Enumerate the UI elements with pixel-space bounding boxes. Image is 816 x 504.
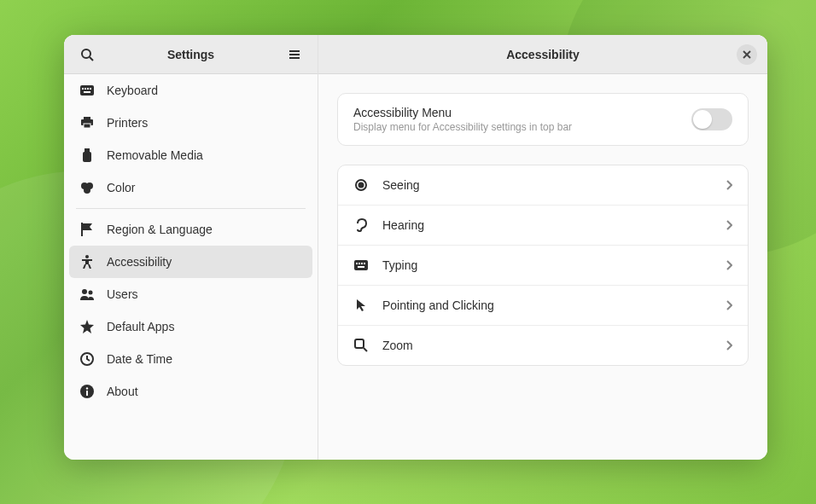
sidebar-item-users[interactable]: Users [69, 278, 312, 310]
sidebar-item-label: Region & Language [107, 223, 213, 236]
sidebar-item-region-language[interactable]: Region & Language [69, 213, 312, 246]
svg-rect-11 [84, 117, 90, 119]
sidebar-item-label: Color [107, 181, 135, 194]
sidebar-item-default-apps[interactable]: Default Apps [69, 310, 312, 343]
svg-rect-15 [83, 152, 91, 162]
usb-icon [79, 148, 95, 162]
category-hearing[interactable]: Hearing [338, 206, 748, 246]
chevron-right-icon [726, 260, 732, 270]
printer-icon [79, 117, 95, 129]
svg-rect-14 [85, 148, 90, 152]
cursor-icon [353, 298, 369, 312]
accessibility-menu-card: Accessibility Menu Display menu for Acce… [337, 93, 749, 146]
svg-rect-19 [81, 223, 83, 236]
svg-rect-35 [354, 260, 368, 270]
main-body: Accessibility Menu Display menu for Acce… [318, 74, 767, 460]
svg-point-18 [84, 187, 90, 194]
accessibility-menu-title: Accessibility Menu [353, 106, 572, 119]
sidebar-item-accessibility[interactable]: Accessibility [69, 246, 312, 278]
svg-rect-5 [80, 85, 94, 96]
category-seeing[interactable]: Seeing [338, 165, 748, 206]
color-icon [79, 182, 95, 194]
chevron-right-icon [726, 180, 732, 190]
close-button[interactable] [737, 44, 757, 65]
sidebar-item-label: Default Apps [107, 320, 174, 333]
svg-rect-38 [361, 263, 363, 264]
accessibility-icon [79, 255, 95, 269]
sidebar-item-label: About [107, 385, 138, 398]
sidebar-item-keyboard[interactable]: Keyboard [69, 74, 312, 107]
flag-icon [79, 223, 95, 236]
svg-rect-7 [85, 88, 86, 90]
svg-rect-36 [356, 263, 358, 264]
category-typing[interactable]: Typing [338, 246, 748, 286]
users-icon [79, 288, 95, 300]
star-icon [79, 320, 95, 333]
sidebar-item-label: Users [107, 287, 138, 301]
svg-line-42 [364, 348, 367, 351]
svg-rect-22 [82, 259, 92, 261]
sidebar-item-label: Date & Time [107, 352, 172, 366]
svg-rect-8 [87, 88, 89, 90]
close-icon [743, 50, 751, 59]
sidebar-item-label: Keyboard [107, 84, 158, 97]
sidebar-item-about[interactable]: About [69, 375, 312, 408]
svg-point-34 [359, 183, 364, 188]
sidebar-title: Settings [167, 48, 214, 61]
chevron-right-icon [726, 340, 732, 350]
accessibility-menu-subtitle: Display menu for Accessibility settings … [353, 121, 572, 133]
categories-card: Seeing Hearing Typing Pointing and Click… [337, 165, 749, 366]
chevron-right-icon [726, 220, 732, 230]
keyboard-icon [353, 260, 369, 270]
svg-rect-37 [358, 263, 360, 264]
eye-icon [353, 178, 369, 192]
category-label: Hearing [382, 218, 712, 232]
category-label: Zoom [382, 339, 712, 352]
svg-point-20 [85, 255, 89, 258]
sidebar-item-label: Removable Media [107, 148, 203, 162]
accessibility-menu-row: Accessibility Menu Display menu for Acce… [338, 94, 748, 145]
svg-rect-41 [355, 339, 364, 348]
sidebar-list: Keyboard Printers Removable Media Color … [64, 74, 318, 460]
svg-rect-13 [84, 124, 90, 128]
svg-rect-40 [358, 266, 364, 268]
sidebar-item-date-time[interactable]: Date & Time [69, 343, 312, 375]
svg-rect-9 [90, 88, 91, 90]
main-header: Accessibility [318, 35, 767, 74]
svg-line-1 [90, 57, 93, 61]
svg-point-26 [89, 291, 93, 295]
ear-icon [353, 218, 369, 232]
accessibility-menu-toggle[interactable] [691, 108, 732, 130]
main-panel: Accessibility Accessibility Menu Display… [318, 35, 767, 460]
settings-window: Settings Keyboard Printers Removable Med… [64, 35, 767, 460]
category-label: Typing [382, 258, 712, 272]
svg-rect-6 [82, 88, 84, 90]
svg-point-0 [82, 49, 90, 58]
svg-line-24 [89, 264, 90, 269]
sidebar-item-printers[interactable]: Printers [69, 107, 312, 139]
sidebar-header: Settings [64, 35, 318, 74]
sidebar-item-color[interactable]: Color [69, 171, 312, 204]
svg-rect-39 [364, 263, 365, 264]
search-icon[interactable] [76, 43, 98, 66]
sidebar-item-removable-media[interactable]: Removable Media [69, 139, 312, 171]
keyboard-icon [79, 85, 95, 96]
svg-rect-30 [86, 391, 88, 396]
clock-icon [79, 352, 95, 366]
sidebar-item-label: Accessibility [107, 255, 172, 269]
category-zoom[interactable]: Zoom [338, 326, 748, 365]
category-pointing-clicking[interactable]: Pointing and Clicking [338, 286, 748, 326]
magnifier-icon [353, 339, 369, 352]
chevron-right-icon [726, 300, 732, 310]
sidebar-separator [76, 208, 306, 209]
accessibility-menu-info: Accessibility Menu Display menu for Acce… [353, 106, 572, 133]
category-label: Pointing and Clicking [382, 298, 712, 312]
sidebar: Settings Keyboard Printers Removable Med… [64, 35, 318, 460]
svg-line-23 [84, 264, 85, 269]
sidebar-item-label: Printers [107, 116, 148, 130]
svg-rect-10 [84, 91, 90, 93]
page-title: Accessibility [506, 48, 580, 61]
svg-point-25 [82, 289, 87, 294]
hamburger-menu-icon[interactable] [283, 43, 306, 66]
svg-point-29 [86, 387, 88, 389]
